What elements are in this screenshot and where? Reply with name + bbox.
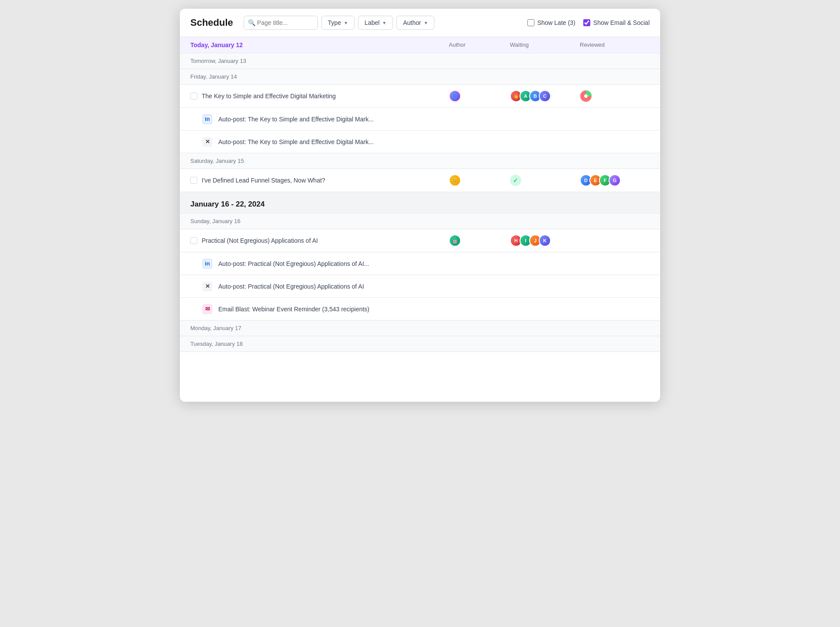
reviewed-avatars: D E F G: [580, 174, 621, 186]
waiting-cell: 👋 A B C: [510, 90, 580, 102]
table-row: in Auto-post: The Key to Simple and Effe…: [180, 108, 660, 131]
avatar: 🤖: [449, 234, 461, 247]
row-title: Practical (Not Egregious) Applications o…: [202, 237, 318, 244]
row-title: The Key to Simple and Effective Digital …: [202, 93, 336, 100]
email-icon: ✉: [203, 304, 212, 314]
waiting-cell: ✓: [510, 175, 580, 186]
row-title-cell: in Auto-post: Practical (Not Egregious) …: [203, 259, 449, 269]
filter-bar: 🔍 Type ▼ Label ▼ Author ▼: [244, 16, 522, 30]
app-container: Schedule 🔍 Type ▼ Label ▼ Author ▼ Show: [180, 9, 660, 402]
row-title-cell: in Auto-post: The Key to Simple and Effe…: [203, 114, 449, 124]
row-title-cell: I've Defined Lead Funnel Stages, Now Wha…: [190, 177, 449, 184]
avatar: 🌐: [449, 90, 461, 102]
reviewed-cell: [580, 90, 650, 102]
author-filter[interactable]: Author ▼: [396, 16, 434, 30]
day-header-jan13: Tomorrow, January 13: [180, 53, 660, 69]
show-email-social-checkbox[interactable]: [583, 19, 590, 26]
row-title: Auto-post: The Key to Simple and Effecti…: [218, 138, 374, 145]
row-checkbox[interactable]: [190, 93, 197, 100]
row-title-cell: The Key to Simple and Effective Digital …: [190, 93, 449, 100]
show-late-option[interactable]: Show Late (3): [527, 19, 575, 26]
svg-point-1: [584, 94, 588, 98]
waiting-cell: H I J K: [510, 234, 580, 247]
row-checkbox[interactable]: [190, 177, 197, 184]
row-title: Auto-post: Practical (Not Egregious) App…: [218, 260, 369, 267]
avatar: 😊: [449, 174, 461, 186]
table-row: I've Defined Lead Funnel Stages, Now Wha…: [180, 169, 660, 192]
avatar: G: [609, 174, 621, 186]
col-header-waiting: Waiting: [510, 41, 580, 48]
chevron-down-icon: ▼: [382, 21, 386, 25]
author-cell: 🤖: [449, 234, 510, 247]
twitter-icon: ✕: [203, 282, 212, 291]
table-header: Today, January 12 Author Waiting Reviewe…: [180, 37, 660, 53]
row-title-cell: ✕ Auto-post: Practical (Not Egregious) A…: [203, 282, 449, 291]
row-title: I've Defined Lead Funnel Stages, Now Wha…: [202, 177, 325, 184]
header: Schedule 🔍 Type ▼ Label ▼ Author ▼ Show: [180, 9, 660, 37]
day-header-jan15: Saturday, January 15: [180, 153, 660, 169]
row-title: Auto-post: Practical (Not Egregious) App…: [218, 283, 364, 290]
day-header-jan14: Friday, January 14: [180, 69, 660, 85]
show-late-label: Show Late (3): [537, 19, 575, 26]
label-filter[interactable]: Label ▼: [358, 16, 393, 30]
row-title-cell: ✉ Email Blast: Webinar Event Reminder (3…: [203, 304, 449, 314]
row-title-cell: Practical (Not Egregious) Applications o…: [190, 237, 449, 244]
pie-chart-icon: [580, 90, 592, 102]
page-title: Schedule: [190, 17, 233, 28]
reviewed-cell: D E F G: [580, 174, 650, 186]
check-circle-icon: ✓: [510, 175, 521, 186]
avatar: K: [539, 234, 551, 247]
table-row: ✉ Email Blast: Webinar Event Reminder (3…: [180, 298, 660, 320]
linkedin-icon: in: [203, 114, 212, 124]
search-wrap: 🔍: [244, 16, 318, 30]
show-late-checkbox[interactable]: [527, 19, 534, 26]
table-row: Practical (Not Egregious) Applications o…: [180, 229, 660, 252]
avatar: C: [539, 90, 551, 102]
search-icon: 🔍: [248, 19, 255, 26]
week-section-title: January 16 - 22, 2024: [190, 200, 265, 208]
linkedin-icon: in: [203, 259, 212, 269]
day-header-jan16: Sunday, January 16: [180, 214, 660, 229]
table-row: in Auto-post: Practical (Not Egregious) …: [180, 252, 660, 275]
chevron-down-icon: ▼: [424, 21, 428, 25]
type-filter[interactable]: Type ▼: [321, 16, 355, 30]
table-row: The Key to Simple and Effective Digital …: [180, 85, 660, 108]
col-header-author: Author: [449, 41, 510, 48]
header-options: Show Late (3) Show Email & Social: [527, 19, 650, 26]
row-title-cell: ✕ Auto-post: The Key to Simple and Effec…: [203, 137, 449, 147]
table-row: ✕ Auto-post: Practical (Not Egregious) A…: [180, 275, 660, 298]
col-header-title: Today, January 12: [190, 41, 449, 48]
day-header-jan17: Monday, January 17: [180, 320, 660, 336]
chevron-down-icon: ▼: [344, 21, 348, 25]
row-title: Email Blast: Webinar Event Reminder (3,5…: [218, 306, 369, 313]
author-cell: 😊: [449, 174, 510, 186]
table-row: ✕ Auto-post: The Key to Simple and Effec…: [180, 131, 660, 153]
day-header-jan18: Tuesday, January 18: [180, 336, 660, 352]
author-cell: 🌐: [449, 90, 510, 102]
show-email-social-option[interactable]: Show Email & Social: [583, 19, 650, 26]
row-checkbox[interactable]: [190, 237, 197, 244]
waiting-avatars: H I J K: [510, 234, 551, 247]
week-section: January 16 - 22, 2024: [180, 192, 660, 214]
waiting-avatars: 👋 A B C: [510, 90, 551, 102]
show-email-social-label: Show Email & Social: [593, 19, 650, 26]
row-title: Auto-post: The Key to Simple and Effecti…: [218, 116, 374, 123]
twitter-icon: ✕: [203, 137, 212, 147]
col-header-reviewed: Reviewed: [580, 41, 650, 48]
